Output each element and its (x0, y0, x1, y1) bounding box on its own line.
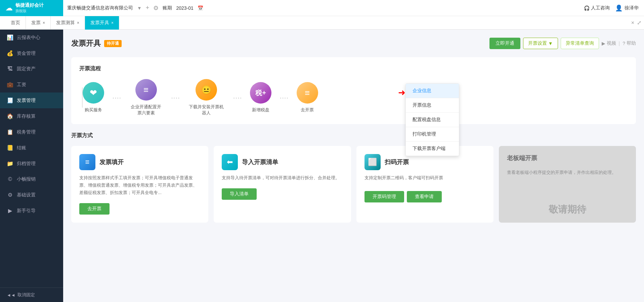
sidebar-item-tax[interactable]: 📋 税务管理 (0, 124, 63, 140)
sidebar-item-archive-label: 归档管理 (17, 161, 36, 167)
salary-icon: 💼 (7, 81, 13, 88)
scan-qr-btn[interactable]: 开票码管理 (364, 191, 404, 202)
close-window-btn[interactable]: × (631, 20, 634, 26)
tab-home-label: 首页 (11, 20, 20, 26)
sidebar-item-fund[interactable]: 💰 资金管理 (0, 45, 63, 61)
tab-invoice-test-close[interactable]: × (77, 21, 79, 25)
tab-invoice-label: 发票 (31, 20, 41, 26)
cloud-report-icon: 📊 (7, 34, 13, 41)
logo-text: 畅捷通好会计 (15, 2, 44, 8)
headset-icon: 🎧 (584, 5, 590, 11)
help-btn[interactable]: ? 帮助 (622, 40, 636, 46)
process-steps-inner: ❤ 购买服务 ···· ≡ 企业开通配置开票六要素 ···· 😐 下载并安装开票… (83, 79, 628, 116)
tab-home[interactable]: 首页 (5, 16, 26, 30)
import-icon: ⬅ (222, 154, 238, 170)
step-go-invoice-label: 去开票 (301, 107, 314, 113)
fund-icon: 💰 (7, 50, 13, 56)
tab-invoice-test[interactable]: 发票测算 × (51, 16, 85, 30)
sidebar-item-settle[interactable]: 📒 结账 (0, 140, 63, 156)
app-logo[interactable]: ☁ 畅捷通好会计 旗舰版 (0, 0, 63, 16)
sidebar-item-archive[interactable]: 📁 归档管理 (0, 156, 63, 172)
sidebar-item-fixed-assets[interactable]: 🏗 固定资产 (0, 61, 63, 77)
help-consult-btn[interactable]: 🎧 人工咨询 (584, 5, 610, 11)
method-title: 开票方式 (71, 132, 636, 139)
import-btn[interactable]: 导入清单 (222, 188, 257, 200)
dropdown-printer[interactable]: 打印机管理 (406, 127, 459, 142)
settings-dropdown-btn[interactable]: 开票设置 ▼ (523, 38, 558, 49)
process-step-1 (79, 87, 83, 108)
dropdown-invoice-info[interactable]: 开票信息 (406, 98, 459, 113)
process-title: 开票流程 (79, 65, 628, 72)
add-icon[interactable]: + (146, 4, 149, 11)
step-config-icon: ≡ (135, 79, 157, 101)
scan-icon: ⬜ (364, 154, 381, 170)
dropdown-company-info[interactable]: 企业信息 (406, 84, 459, 98)
step-go-invoice: ≡ 去开票 (297, 82, 318, 113)
video-btn[interactable]: ▶ 视频 (602, 40, 616, 46)
username-label: 徐泽华 (625, 5, 639, 11)
page-title: 发票开具 待开通 (71, 38, 122, 48)
sidebar-item-salary-label: 工资 (17, 82, 26, 88)
page-title-text: 发票开具 (71, 38, 101, 48)
play-icon: ▶ (602, 41, 605, 46)
invoice-mgmt-icon: 🧾 (7, 97, 13, 104)
tab-bar: 首页 发票 × 发票测算 × 发票开具 × × ⤢ (0, 16, 644, 30)
tab-invoice-close[interactable]: × (43, 21, 45, 25)
sidebar-item-settle-label: 结账 (17, 145, 26, 151)
dropdown-tax-disk[interactable]: 配置税盘信息 (406, 113, 459, 127)
abnormal-list-btn[interactable]: 异常清单查询 (561, 38, 599, 49)
step-buy-icon: ❤ (83, 82, 104, 104)
sidebar-item-guide[interactable]: ▶ 新手引导 (0, 203, 63, 219)
step-buy-label: 购买服务 (85, 107, 102, 113)
calendar-icon[interactable]: 📅 (198, 5, 203, 11)
logo-icon: ☁ (5, 4, 13, 12)
sidebar-item-report-label: 小畅报销 (17, 176, 36, 182)
tab-invoice[interactable]: 发票 × (26, 16, 51, 30)
sidebar-item-cloud-report[interactable]: 📊 云报表中心 (0, 30, 63, 45)
logo-sub: 旗舰版 (15, 8, 44, 13)
step-buy: ❤ 购买服务 (83, 82, 104, 113)
sidebar-item-report[interactable]: © 小畅报销 (0, 172, 63, 187)
step-download-icon: 😐 (196, 79, 217, 101)
sidebar-item-fund-label: 资金管理 (17, 50, 36, 56)
sidebar-item-inventory[interactable]: 🏠 库存核算 (0, 108, 63, 124)
fill-go-btn[interactable]: 去开票 (79, 203, 110, 215)
expand-btn[interactable]: ⤢ (637, 20, 641, 26)
dropdown-download[interactable]: 下载开票客户端 (406, 142, 459, 156)
status-badge: 待开通 (104, 40, 122, 47)
arrow-4: ···· (280, 93, 289, 102)
process-section: 开票流程 ❤ 购买服务 ···· ≡ (71, 57, 636, 124)
top-bar: ☁ 畅捷通好会计 旗舰版 重庆畅捷交通信息咨询有限公司 ▼ + ⚙ 账期 202… (0, 0, 644, 16)
settings-dropdown-arrow: ▼ (548, 41, 553, 46)
dropdown-arrow-icon[interactable]: ▼ (137, 5, 142, 11)
help-label: 帮助 (627, 40, 636, 46)
method-cards: ≡ 发票填开 支持按照发票样式手工填开发票；可开具增值税电子普通发票、增值税普通… (71, 146, 636, 223)
sidebar-item-invoice-mgmt-label: 发票管理 (17, 98, 36, 104)
activate-btn[interactable]: 立即开通 (489, 38, 520, 49)
sidebar-item-invoice-mgmt[interactable]: 🧾 发票管理 (0, 92, 63, 108)
user-info[interactable]: 👤 徐泽华 (615, 4, 639, 12)
tab-invoice-open[interactable]: 发票开具 × (85, 16, 119, 30)
fill-desc: 支持按照发票样式手工填开发票；可开具增值税电子普通发票、增值税普通发票、增值税专… (79, 174, 200, 196)
printer-label: 打印机管理 (413, 131, 436, 137)
fixed-assets-icon: 🏗 (7, 66, 13, 72)
video-label: 视频 (607, 40, 616, 46)
method-card-scan: ⬜ 扫码开票 支持定制开票二维码，客户端可扫码开票 开票码管理 查看申请 (356, 146, 493, 223)
page-title-row: 发票开具 待开通 立即开通 开票设置 ▼ 异常清单查询 ▶ 视频 | ? 帮助 (71, 38, 636, 49)
company-name[interactable]: 重庆畅捷交通信息咨询有限公司 (67, 5, 133, 11)
scan-view-btn[interactable]: 查看申请 (407, 191, 442, 202)
company-info-label: 企业信息 (413, 88, 431, 93)
settings-icon[interactable]: ⚙ (153, 4, 159, 12)
sidebar-item-salary[interactable]: 💼 工资 (0, 77, 63, 92)
settle-icon: 📒 (7, 145, 13, 151)
tax-icon: 📋 (7, 129, 13, 135)
method-card-fill: ≡ 发票填开 支持按照发票样式手工填开发票；可开具增值税电子普通发票、增值税普通… (71, 146, 208, 223)
sidebar-items: 📊 云报表中心 💰 资金管理 🏗 固定资产 💼 工资 🧾 发票管理 🏠 (0, 30, 63, 288)
method-card-import-header: ⬅ 导入开票清单 (222, 154, 343, 170)
sidebar-item-basic[interactable]: ⚙ 基础设置 (0, 187, 63, 203)
pin-icon: ◄◄ (7, 293, 15, 298)
sidebar-bottom-btn[interactable]: ◄◄ 取消固定 (0, 288, 63, 302)
sidebar-bottom-label: 取消固定 (17, 292, 35, 298)
tab-invoice-open-close[interactable]: × (111, 21, 114, 25)
step-go-invoice-icon: ≡ (297, 82, 318, 104)
